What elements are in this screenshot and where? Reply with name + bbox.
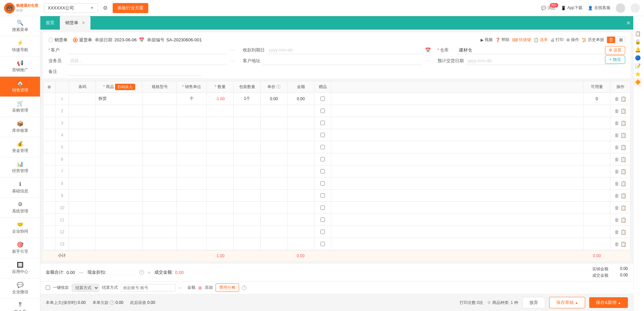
row-unit-cell[interactable] [177,105,207,117]
delete-icon[interactable]: 🗑 [614,108,619,114]
row-barcode-cell[interactable] [69,105,96,117]
delete-icon[interactable]: 🗑 [614,193,619,198]
copy-icon[interactable]: 📋 [620,169,626,174]
row-product-cell[interactable] [96,202,143,214]
tool-icon-6[interactable]: ⭐ [634,70,642,78]
row-amount-cell[interactable] [288,214,314,226]
row-price-cell[interactable] [261,129,288,141]
row-gift-cell[interactable] [314,129,331,141]
abandon-button[interactable]: 放弃 [522,297,545,308]
tool-icon-7[interactable]: 🔶 [634,78,642,86]
row-gift-cell[interactable] [314,105,331,117]
tab-home[interactable]: 首页 [40,16,60,30]
tool-icon-1[interactable]: 📋 [634,30,642,38]
copy-icon[interactable]: 📋 [620,229,626,235]
row-amount-cell[interactable] [288,117,314,129]
due-date-calendar-icon[interactable]: 📅 [425,47,431,53]
customer-addr-dots[interactable]: ··· [423,58,430,64]
row-product-cell[interactable] [96,153,143,165]
salesperson-dots[interactable]: ··· [229,58,236,64]
delete-icon[interactable]: 🗑 [614,229,619,235]
row-spec-cell[interactable] [143,226,177,238]
row-qty-cell[interactable] [207,129,234,141]
sidebar-item-marketing[interactable]: 📢 营销推广 [0,56,40,77]
row-price-cell[interactable] [261,238,288,250]
row-unit-cell[interactable] [177,165,207,178]
avatar-extra[interactable] [631,3,640,13]
row-amount-cell[interactable] [288,202,314,214]
row-qty-cell[interactable] [207,178,234,190]
save-new-button[interactable]: 保存&新增 ▲ [589,297,628,308]
row-barcode-cell[interactable] [69,178,96,190]
row-qty-cell[interactable] [207,202,234,214]
row-spec-cell[interactable] [143,165,177,178]
row-product-cell[interactable] [96,190,143,202]
row-qty-cell[interactable] [207,153,234,165]
row-barcode-cell[interactable] [69,238,96,250]
sidebar-item-appcenter[interactable]: 🔲 应用中心 [0,258,40,278]
row-barcode-cell[interactable] [69,202,96,214]
row-spec-cell[interactable] [143,153,177,165]
row-qty-cell[interactable] [207,190,234,202]
online-service-item[interactable]: 👤 在线客服 [588,5,610,11]
expense-help-icon[interactable]: ? [242,285,247,290]
row-unit-cell[interactable] [177,117,207,129]
row-amount-cell[interactable] [288,226,314,238]
copy-icon[interactable]: 📋 [620,193,626,198]
row-gift-cell[interactable] [314,226,331,238]
row-barcode-cell[interactable] [69,214,96,226]
scan-button[interactable]: 扫码录入 [115,84,135,90]
due-date-input[interactable] [267,46,423,54]
radio-sale[interactable]: 销货单 [48,37,68,43]
row-spec-cell[interactable] [143,105,177,117]
row-gift-cell[interactable] [314,190,331,202]
row-price-cell[interactable] [261,141,288,153]
tool-icon-2[interactable]: 🔒 [634,38,642,46]
row-unit-cell[interactable] [177,190,207,202]
row-spec-cell[interactable] [143,178,177,190]
copy-icon[interactable]: 📋 [620,217,626,223]
row-product-cell[interactable] [96,141,143,153]
row-product-cell[interactable] [96,105,143,117]
delete-icon[interactable]: 🗑 [614,217,619,223]
tab-sales-order[interactable]: 销货单 ✕ [60,16,90,30]
copy-icon[interactable]: 📋 [620,132,626,138]
row-qty-cell[interactable] [207,165,234,178]
video-link[interactable]: ▶视频 [481,37,493,43]
save-draft-button[interactable]: 保存草稿 ▲ [549,297,585,308]
radio-return[interactable]: 退货单 [73,37,92,43]
tool-icon-5[interactable]: 📝 [634,62,642,70]
row-price-cell[interactable] [261,202,288,214]
sidebar-item-sales[interactable]: 🏠 销售管理 [0,77,40,97]
row-spec-cell[interactable] [143,117,177,129]
row-barcode-cell[interactable] [69,129,96,141]
discount-help-icon[interactable]: ? [139,270,144,275]
company-selector[interactable]: XXXXXX公司 ▼ [44,3,98,13]
row-price-cell[interactable] [261,153,288,165]
tool-icon-3[interactable]: 🔔 [634,46,642,54]
app-download-item[interactable]: 📱 App下载 [561,5,582,11]
row-qty-cell[interactable] [207,214,234,226]
row-product-cell[interactable] [96,214,143,226]
row-unit-cell[interactable] [177,202,207,214]
row-amount-cell[interactable] [288,153,314,165]
sidebar-item-inventory[interactable]: 📦 库存核算 [0,117,40,137]
row-unit-cell[interactable] [177,153,207,165]
row-price-cell[interactable]: 0.00 [261,93,288,105]
row-qty-cell[interactable]: -1.00 [207,93,234,105]
row-unit-cell[interactable]: 个 [177,93,207,105]
row-amount-cell[interactable]: 0.00 [288,93,314,105]
message-icon-item[interactable]: 💬 消息 99+ [541,5,556,11]
setting-button[interactable]: ⚙ 设置 [605,46,625,54]
delete-icon[interactable]: 🗑 [614,181,619,186]
row-amount-cell[interactable] [288,178,314,190]
one-click-pay-checkbox[interactable] [46,285,50,290]
select-link[interactable]: 📋选单 [534,37,548,43]
sidebar-item-system[interactable]: ⚙ 系统管理 [0,198,40,218]
row-qty-cell[interactable] [207,141,234,153]
row-qty-cell[interactable] [207,238,234,250]
row-unit-cell[interactable] [177,178,207,190]
expected-date-input[interactable] [466,57,617,65]
row-price-cell[interactable] [261,178,288,190]
sidebar-item-basic[interactable]: ℹ 基础信息 [0,178,40,198]
